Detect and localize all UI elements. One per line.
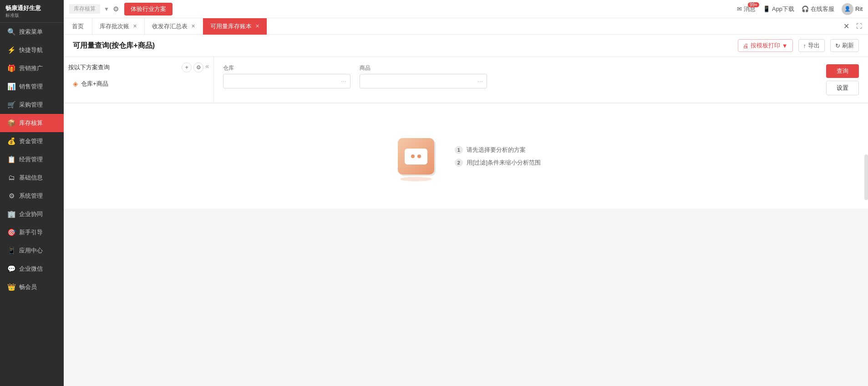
sidebar-item-label: 库存核算 [19,119,43,127]
warehouse-input[interactable] [227,78,341,85]
filter-fields: 仓库 ··· 商品 ··· 查询 设置 [214,57,868,103]
sidebar-item-label: 快捷导航 [19,46,43,54]
collapse-panel-icon[interactable]: « [205,62,209,72]
tabbar: 首页 库存批次账 ✕ 收发存汇总表 ✕ 可用量库存账本 ✕ ✕ ⛶ [64,18,868,35]
online-service-label: 在线客服 [811,5,834,13]
sidebar-item-search[interactable]: 🔍 搜索菜单 [0,23,64,41]
refresh-icon: ↻ [835,42,840,49]
tab-batch-account[interactable]: 库存批次账 ✕ [92,18,145,35]
product-input[interactable] [364,78,477,85]
message-button[interactable]: ✉ 消息 99+ [737,5,756,13]
avatar-placeholder: 👤 [844,6,851,12]
sidebar-item-label: 经营管理 [19,155,43,164]
sidebar-item-sales[interactable]: 📊 销售管理 [0,77,64,96]
sidebar-item-label: 销售管理 [19,82,43,91]
crown-icon: 👑 [7,283,15,291]
sidebar-item-finance[interactable]: 💰 资金管理 [0,132,64,150]
edit-scheme-button[interactable]: ⚙ [193,62,203,72]
empty-step-1: 1 请先选择要分析的方案 [455,146,541,154]
tabbar-actions: ✕ ⛶ [841,21,868,32]
step-2-text: 用[过滤]条件来缩小分析范围 [467,159,541,167]
sidebar-item-basic-info[interactable]: 🗂 基础信息 [0,169,64,187]
step-1-number: 1 [455,146,463,154]
sidebar-item-operations[interactable]: 📋 经营管理 [0,150,64,169]
sidebar-item-wechat[interactable]: 💬 企业微信 [0,260,64,278]
right-scrollbar[interactable] [864,154,868,200]
product-more-icon[interactable]: ··· [477,77,483,85]
username: Rit [855,5,863,12]
sidebar-item-enterprise[interactable]: 🏢 企业协同 [0,205,64,223]
dropdown-arrow-icon[interactable]: ▼ [104,6,109,12]
page-header: 可用量查询(按仓库+商品) 🖨 按模板打印 ▼ ↑ 导出 ↻ 刷新 [64,35,868,57]
refresh-button[interactable]: ↻ 刷新 [830,39,859,52]
print-dropdown-icon[interactable]: ▼ [782,42,788,49]
warehouse-more-icon[interactable]: ··· [341,77,346,85]
tab-available-ledger-close-icon[interactable]: ✕ [255,23,259,29]
clipboard-icon: 📋 [7,155,15,164]
tab-close-all-button[interactable]: ✕ [841,21,852,32]
breadcrumb: 库存核算 [69,4,100,14]
robot-box-icon [398,138,434,175]
mobile-icon: 📱 [7,247,15,255]
target-icon: 🎯 [7,228,15,237]
print-button[interactable]: 🖨 按模板打印 ▼ [738,39,793,52]
product-input-wrap: ··· [360,74,487,88]
filter-scheme-panel: 按以下方案查询 + ⚙ « ◈ 仓库+商品 [64,57,214,103]
filter-scheme-actions: + ⚙ « [182,62,209,72]
tab-expand-button[interactable]: ⛶ [853,21,864,32]
warehouse-field-label: 仓库 [223,64,350,72]
sidebar-item-system[interactable]: ⚙ 系统管理 [0,187,64,205]
sidebar-item-label: 营销推广 [19,64,43,72]
app-name: 畅康通好生意 [5,5,58,12]
sidebar: 畅康通好生意 标准版 🔍 搜索菜单 ⚡ 快捷导航 🎁 营销推广 📊 销售管理 🛒… [0,0,64,386]
warehouse-input-wrap: ··· [223,74,350,88]
sidebar-item-label: 企业协同 [19,210,43,218]
page-title: 可用量查询(按仓库+商品) [73,41,155,51]
sidebar-item-newbie[interactable]: 🎯 新手引导 [0,223,64,242]
sidebar-item-label: 资金管理 [19,137,43,145]
sidebar-item-label: 企业微信 [19,265,43,273]
sidebar-item-app-center[interactable]: 📱 应用中心 [0,242,64,260]
add-scheme-button[interactable]: + [182,62,192,72]
sidebar-item-shortcut[interactable]: ⚡ 快捷导航 [0,41,64,59]
user-profile[interactable]: 👤 Rit [842,3,863,15]
sidebar-item-marketing[interactable]: 🎁 营销推广 [0,59,64,77]
tab-home[interactable]: 首页 [64,18,92,35]
print-label: 按模板打印 [751,41,780,50]
tab-available-ledger[interactable]: 可用量库存账本 ✕ [203,18,267,35]
empty-state-inner: 1 请先选择要分析的方案 2 用[过滤]条件来缩小分析范围 [391,131,541,181]
sidebar-item-inventory[interactable]: 📦 库存核算 [0,114,64,132]
sidebar-item-purchase[interactable]: 🛒 采购管理 [0,96,64,114]
sidebar-item-label: 搜索菜单 [19,28,43,36]
filter-field-product: 商品 ··· [360,64,487,88]
tab-available-ledger-label: 可用量库存账本 [210,22,252,31]
message-icon: ✉ [737,5,742,12]
sidebar-item-label: 采购管理 [19,101,43,109]
avatar: 👤 [842,3,853,15]
app-version: 标准版 [5,12,58,19]
building-icon: 🏢 [7,210,15,218]
tab-collection-summary[interactable]: 收发存汇总表 ✕ [145,18,203,35]
box-icon: 📦 [7,119,15,127]
tab-batch-account-close-icon[interactable]: ✕ [133,23,137,29]
online-service-button[interactable]: 🎧 在线客服 [802,5,834,13]
scheme-item-warehouse-product[interactable]: ◈ 仓库+商品 [68,77,209,91]
settings-icon[interactable]: ⚙ [113,5,119,13]
filter-field-warehouse: 仓库 ··· [223,64,350,88]
sidebar-item-member[interactable]: 👑 畅会员 [0,278,64,296]
chart-icon: 📊 [7,82,15,91]
sidebar-item-label: 应用中心 [19,247,43,255]
filter-actions: 查询 设置 [826,64,859,95]
industry-solution-button[interactable]: 体验行业方案 [124,3,173,15]
headset-icon: 🎧 [802,5,809,12]
export-button[interactable]: ↑ 导出 [798,39,825,52]
app-download-button[interactable]: 📱 App下载 [763,5,794,13]
empty-illustration [391,131,441,181]
mobile-download-icon: 📱 [763,5,770,12]
robot-shadow [400,177,432,181]
content-area: 可用量查询(按仓库+商品) 🖨 按模板打印 ▼ ↑ 导出 ↻ 刷新 [64,35,868,386]
settings-button[interactable]: 设置 [826,81,859,95]
topbar-right: ✉ 消息 99+ 📱 App下载 🎧 在线客服 👤 Rit [737,3,863,15]
query-button[interactable]: 查询 [826,64,859,78]
tab-collection-summary-close-icon[interactable]: ✕ [191,23,195,29]
